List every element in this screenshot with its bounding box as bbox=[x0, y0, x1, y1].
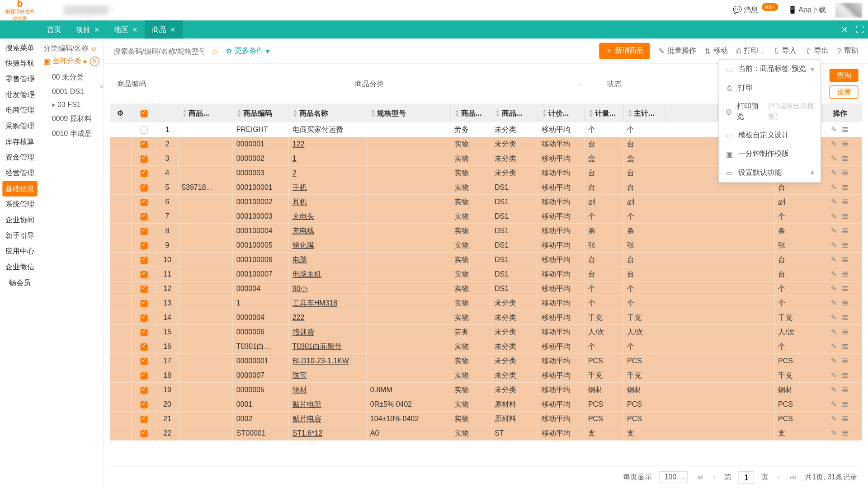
row-checkbox[interactable] bbox=[140, 228, 147, 235]
row-edit-icon[interactable]: ✎ bbox=[831, 212, 837, 221]
table-row[interactable]: 150000006培训费劳务未分类移动平均人/次人/次人/次✎𝌆 bbox=[110, 325, 862, 339]
table-row[interactable]: 7000100003充电头实物DS1移动平均个个个✎𝌆 bbox=[110, 209, 862, 224]
col-main-unit[interactable]: ▲▼主计... bbox=[623, 104, 665, 122]
row-more-icon[interactable]: 𝌆 bbox=[842, 226, 849, 235]
product-name-link[interactable]: 珠宝 bbox=[292, 371, 307, 380]
col-unit[interactable]: ▲▼计量... bbox=[585, 104, 623, 122]
tab-项目[interactable]: 项目✕ bbox=[69, 20, 107, 38]
product-name-link[interactable]: 耳机 bbox=[292, 197, 307, 206]
row-edit-icon[interactable]: ✎ bbox=[831, 385, 837, 394]
table-row[interactable]: 140000004222实物未分类移动平均千克千克千克✎𝌆 bbox=[110, 310, 862, 325]
row-checkbox[interactable] bbox=[140, 155, 147, 163]
nav-畅会员[interactable]: 畅会员 bbox=[0, 275, 40, 291]
close-icon[interactable]: ✕ bbox=[94, 26, 99, 33]
product-name-link[interactable]: 222 bbox=[292, 313, 305, 322]
row-edit-icon[interactable]: ✎ bbox=[831, 169, 837, 177]
company-name[interactable]: ████████ ▾ bbox=[64, 5, 114, 14]
row-checkbox[interactable] bbox=[140, 257, 147, 264]
nav-企业协同[interactable]: 企业协同 bbox=[0, 212, 40, 228]
row-edit-icon[interactable]: ✎ bbox=[831, 342, 837, 351]
product-name-link[interactable]: 手机 bbox=[292, 183, 307, 192]
print-menu-item[interactable]: ◎打印预览(可编辑当前模板) bbox=[719, 97, 821, 126]
tree-item[interactable]: 03 FS1 bbox=[46, 98, 99, 111]
product-name-link[interactable]: 122 bbox=[292, 140, 305, 148]
nav-批发管理[interactable]: 批发管理 bbox=[0, 87, 40, 103]
row-more-icon[interactable]: 𝌆 bbox=[842, 140, 849, 148]
product-name-link[interactable]: 2 bbox=[292, 169, 297, 177]
tab-首页[interactable]: 首页 bbox=[40, 20, 69, 38]
table-row[interactable]: 10000100006电脑实物DS1移动平均台台台✎𝌆 bbox=[110, 253, 862, 267]
print-menu-item[interactable]: ▭模板自定义设计 bbox=[719, 126, 821, 145]
col-class[interactable]: ▲▼商品... bbox=[491, 104, 538, 122]
product-search-input[interactable] bbox=[113, 47, 204, 55]
nav-零售管理[interactable]: 零售管理 bbox=[0, 71, 40, 87]
close-icon[interactable]: ✕ bbox=[132, 26, 137, 33]
row-more-icon[interactable]: 𝌆 bbox=[842, 183, 849, 192]
row-checkbox[interactable] bbox=[140, 127, 147, 134]
tab-close-all-icon[interactable]: ✕ bbox=[837, 20, 853, 38]
row-checkbox[interactable] bbox=[140, 372, 147, 380]
product-name-link[interactable]: 充电头 bbox=[292, 212, 314, 221]
row-checkbox[interactable] bbox=[140, 343, 147, 351]
table-row[interactable]: 6000100002耳机实物DS1移动平均副副副✎𝌆 bbox=[110, 195, 862, 209]
row-checkbox[interactable] bbox=[140, 199, 147, 206]
product-name-link[interactable]: 钢材 bbox=[292, 385, 307, 394]
col-name[interactable]: ▲▼商品名称 bbox=[289, 104, 367, 122]
row-checkbox[interactable] bbox=[140, 300, 147, 307]
product-name-link[interactable]: BLD10-23-1.1KW bbox=[292, 357, 349, 365]
row-more-icon[interactable]: 𝌆 bbox=[842, 125, 849, 134]
row-edit-icon[interactable]: ✎ bbox=[831, 414, 837, 423]
row-edit-icon[interactable]: ✎ bbox=[831, 183, 837, 192]
action-批量操作[interactable]: ✎批量操作 bbox=[658, 46, 696, 56]
product-name-link[interactable]: 培训费 bbox=[292, 328, 314, 336]
table-row[interactable]: 190000005钢材0.8MM实物未分类移动平均钢材钢材钢材✎𝌆 bbox=[110, 383, 862, 397]
row-edit-icon[interactable]: ✎ bbox=[831, 313, 837, 322]
nav-采购管理[interactable]: 采购管理 bbox=[0, 118, 40, 134]
print-menu-item[interactable]: ▣一分钟制作模版 bbox=[719, 145, 821, 163]
row-checkbox[interactable] bbox=[140, 184, 147, 192]
row-edit-icon[interactable]: ✎ bbox=[831, 429, 837, 437]
close-icon[interactable]: ✕ bbox=[170, 26, 175, 33]
row-more-icon[interactable]: 𝌆 bbox=[842, 270, 849, 278]
col-code[interactable]: ▲▼商品编码 bbox=[233, 104, 289, 122]
first-page-icon[interactable]: ⏮ bbox=[695, 473, 705, 482]
row-checkbox[interactable] bbox=[140, 271, 147, 278]
search-icon[interactable]: ⌕ bbox=[92, 43, 97, 52]
col-select-all[interactable] bbox=[132, 104, 156, 122]
row-more-icon[interactable]: 𝌆 bbox=[842, 284, 849, 293]
product-name-link[interactable]: 钢化膜 bbox=[292, 241, 314, 249]
search-icon[interactable]: ⌕ bbox=[212, 46, 217, 56]
page-input[interactable] bbox=[739, 471, 755, 483]
per-page-select[interactable]: 100 bbox=[659, 471, 688, 483]
product-name-link[interactable]: 1 bbox=[292, 154, 297, 163]
row-checkbox[interactable] bbox=[140, 314, 147, 322]
nav-快捷导航[interactable]: 快捷导航 bbox=[0, 56, 40, 71]
product-name-link[interactable]: T0301白面黑带 bbox=[292, 342, 342, 351]
product-name-link[interactable]: 贴片电容 bbox=[292, 414, 321, 423]
nav-经营管理[interactable]: 经营管理 bbox=[0, 165, 40, 181]
table-row[interactable]: 8000100004充电线实物DS1移动平均条条条✎𝌆 bbox=[110, 224, 862, 238]
row-checkbox[interactable] bbox=[140, 401, 147, 408]
row-more-icon[interactable]: 𝌆 bbox=[842, 255, 849, 264]
add-product-button[interactable]: ＋ 新增商品 bbox=[599, 43, 650, 59]
nav-基础信息[interactable]: 基础信息 bbox=[2, 181, 37, 197]
row-checkbox[interactable] bbox=[140, 286, 147, 293]
row-edit-icon[interactable]: ✎ bbox=[831, 371, 837, 380]
row-more-icon[interactable]: 𝌆 bbox=[842, 414, 849, 423]
row-more-icon[interactable]: 𝌆 bbox=[842, 429, 849, 437]
table-row[interactable]: 9000100005钢化膜实物DS1移动平均张张张✎𝌆 bbox=[110, 238, 862, 253]
col-config-icon[interactable]: ⚙ bbox=[110, 104, 132, 122]
play-icon[interactable]: ▸ bbox=[84, 57, 87, 66]
query-button[interactable]: 查询 bbox=[830, 69, 859, 82]
tab-商品[interactable]: 商品✕ bbox=[145, 20, 183, 38]
row-more-icon[interactable]: 𝌆 bbox=[842, 299, 849, 307]
nav-企业微信[interactable]: 企业微信 bbox=[0, 259, 40, 275]
tree-item[interactable]: 00 未分类 bbox=[46, 70, 99, 85]
print-menu-item[interactable]: ⎙打印 bbox=[719, 78, 821, 97]
prev-page-icon[interactable]: ‹ bbox=[712, 473, 717, 482]
product-name-link[interactable]: 贴片电阻 bbox=[292, 400, 321, 408]
print-menu-item[interactable]: ▭设置默认功能▾ bbox=[719, 163, 821, 182]
action-导入[interactable]: ⇩导入 bbox=[773, 46, 797, 56]
row-edit-icon[interactable]: ✎ bbox=[831, 284, 837, 293]
nav-电商管理[interactable]: 电商管理 bbox=[0, 103, 40, 118]
